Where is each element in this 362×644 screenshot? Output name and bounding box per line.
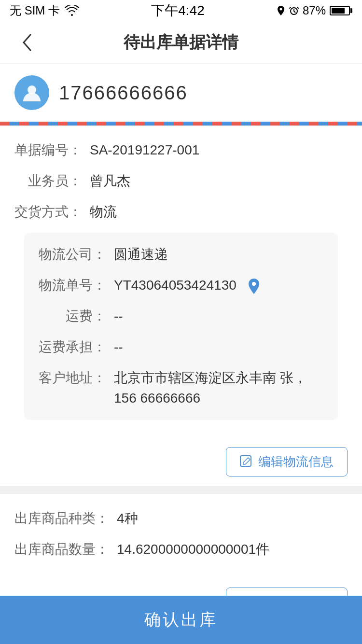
order-info-section: 单据编号： SA-20191227-001 业务员： 曾凡杰 交货方式： 物流 … bbox=[0, 126, 362, 439]
status-bar: 无 SIM 卡 下午4:42 87% bbox=[0, 0, 362, 21]
goods-type-value: 4种 bbox=[117, 508, 348, 529]
user-phone: 17666666666 bbox=[59, 82, 188, 104]
tracking-number-label: 物流单号： bbox=[39, 275, 106, 295]
location-active-icon bbox=[277, 5, 285, 16]
freight-bearer-row: 运费承担： -- bbox=[39, 337, 323, 357]
delivery-method-value: 物流 bbox=[90, 202, 348, 222]
goods-quantity-label: 出库商品数量： bbox=[14, 539, 109, 560]
dashed-divider bbox=[0, 122, 362, 126]
logistics-company-row: 物流公司： 圆通速递 bbox=[39, 244, 323, 265]
tracking-number-value: YT43064053424130 bbox=[114, 275, 323, 295]
salesperson-row: 业务员： 曾凡杰 bbox=[14, 171, 348, 191]
tracking-number-row: 物流单号： YT43064053424130 bbox=[39, 275, 323, 295]
logistics-company-value: 圆通速递 bbox=[114, 244, 323, 265]
edit-logistics-button[interactable]: 编辑物流信息 bbox=[226, 447, 348, 476]
goods-quantity-value: 14.6200000000000001件 bbox=[117, 539, 348, 560]
tracking-location-icon[interactable] bbox=[245, 278, 263, 295]
freight-bearer-label: 运费承担： bbox=[39, 337, 106, 357]
delivery-method-row: 交货方式： 物流 bbox=[14, 202, 348, 222]
freight-value: -- bbox=[114, 306, 323, 326]
freight-bearer-value: -- bbox=[114, 337, 323, 357]
logistics-company-label: 物流公司： bbox=[39, 244, 106, 265]
freight-label: 运费： bbox=[39, 306, 106, 326]
freight-row: 运费： -- bbox=[39, 306, 323, 326]
nav-bar: 待出库单据详情 bbox=[0, 21, 362, 64]
battery-icon bbox=[330, 6, 352, 15]
edit-icon bbox=[240, 455, 253, 469]
customer-address-value: 北京市市辖区海淀区永丰南 张，156 66666666 bbox=[114, 368, 323, 408]
battery-percent: 87% bbox=[303, 4, 326, 17]
salesperson-value: 曾凡杰 bbox=[90, 171, 348, 191]
svg-point-3 bbox=[252, 282, 256, 286]
goods-type-label: 出库商品种类： bbox=[14, 508, 109, 529]
confirm-button-label: 确认出库 bbox=[144, 609, 218, 631]
section-separator bbox=[0, 486, 362, 494]
delivery-method-label: 交货方式： bbox=[14, 202, 82, 222]
order-number-row: 单据编号： SA-20191227-001 bbox=[14, 140, 348, 160]
logistics-card: 物流公司： 圆通速递 物流单号： YT43064053424130 运费： bbox=[24, 233, 338, 420]
svg-rect-4 bbox=[240, 456, 251, 466]
status-right: 87% bbox=[277, 4, 352, 17]
confirm-button-bar[interactable]: 确认出库 bbox=[0, 596, 362, 644]
page-title: 待出库单据详情 bbox=[124, 31, 238, 54]
goods-quantity-row: 出库商品数量： 14.6200000000000001件 bbox=[14, 539, 348, 560]
order-number-label: 单据编号： bbox=[14, 140, 82, 160]
svg-point-0 bbox=[279, 8, 282, 11]
status-left: 无 SIM 卡 bbox=[10, 3, 79, 18]
wifi-icon bbox=[65, 5, 79, 16]
edit-logistics-label: 编辑物流信息 bbox=[258, 453, 334, 470]
back-button[interactable] bbox=[14, 30, 39, 55]
customer-address-label: 客户地址： bbox=[39, 368, 106, 388]
salesperson-label: 业务员： bbox=[14, 171, 82, 191]
status-time: 下午4:42 bbox=[151, 1, 205, 20]
goods-section: 出库商品种类： 4种 出库商品数量： 14.6200000000000001件 bbox=[0, 494, 362, 580]
edit-logistics-container: 编辑物流信息 bbox=[0, 439, 362, 486]
goods-type-row: 出库商品种类： 4种 bbox=[14, 508, 348, 529]
alarm-icon bbox=[289, 5, 299, 16]
carrier-label: 无 SIM 卡 bbox=[10, 3, 60, 18]
customer-address-row: 客户地址： 北京市市辖区海淀区永丰南 张，156 66666666 bbox=[39, 368, 323, 408]
user-header: 17666666666 bbox=[0, 64, 362, 122]
user-avatar bbox=[14, 75, 49, 110]
order-number-value: SA-20191227-001 bbox=[90, 140, 348, 160]
